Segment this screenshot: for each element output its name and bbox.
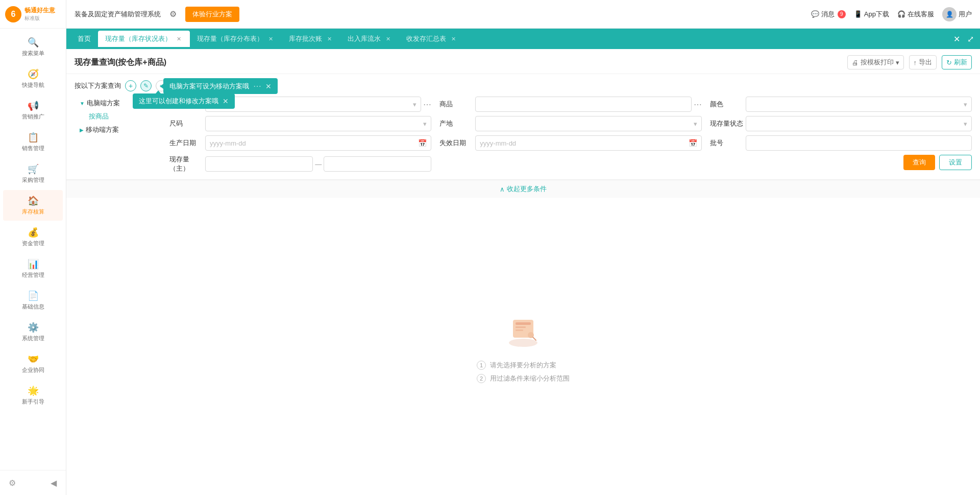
expire-date-placeholder: yyyy-mm-dd: [480, 139, 516, 147]
cooperation-label: 企业协同: [22, 366, 44, 374]
filter-row-goods: 商品 ⋯: [439, 97, 701, 112]
sidebar-item-sales[interactable]: 📋销售管理: [3, 127, 63, 157]
sidebar-item-search[interactable]: 🔍搜索菜单: [3, 32, 63, 62]
filter-row-batch: 批号: [710, 135, 972, 151]
warehouse-dots-icon[interactable]: ⋯: [423, 100, 431, 109]
headset-icon: 🎧: [897, 10, 905, 18]
support-label: 在线客服: [908, 10, 934, 19]
refresh-button[interactable]: ↻ 刷新: [942, 55, 972, 69]
sales-icon: 📋: [28, 132, 39, 143]
expire-date-input[interactable]: yyyy-mm-dd 📅: [475, 135, 701, 151]
message-item[interactable]: 💬 消息 9: [811, 10, 846, 19]
mobile-arrow-icon: ▶: [80, 127, 84, 133]
support-item[interactable]: 🎧 在线客服: [897, 10, 934, 19]
sidebar-item-system[interactable]: ⚙️系统管理: [3, 317, 63, 347]
goods-select[interactable]: [475, 97, 691, 112]
tooltip1-close[interactable]: ✕: [265, 82, 272, 90]
user-item[interactable]: 👤 用户: [942, 7, 972, 21]
tab-receive_summary[interactable]: 收发存汇总表✕: [399, 31, 464, 47]
search-label: 搜索菜单: [22, 50, 44, 57]
batch-input[interactable]: [746, 135, 972, 151]
tooltip1-text: 电脑方案可设为移动方案哦: [169, 82, 249, 91]
print-button[interactable]: 🖨 按模板打印 ▾: [847, 55, 904, 69]
filter-add-button[interactable]: +: [125, 80, 136, 91]
filter-row-prod-date: 生产日期 yyyy-mm-dd 📅: [169, 135, 431, 151]
finance-label: 资金管理: [22, 240, 44, 247]
collapse-icon[interactable]: ◀: [46, 476, 61, 490]
size-select[interactable]: ▾: [205, 116, 431, 131]
filter-fields: 仓库 ▾ ⋯ 商品: [169, 97, 972, 173]
tab-inventory_status[interactable]: 现存量（库存状况表）✕: [98, 31, 190, 47]
guide-icon: 🌟: [28, 385, 39, 396]
cooperation-icon: 🤝: [28, 353, 39, 365]
scheme-mobile[interactable]: ▶ 移动端方案: [75, 123, 161, 136]
tab-close-all-icon[interactable]: ✕: [951, 33, 962, 45]
reset-button[interactable]: 设置: [939, 155, 972, 170]
filter-row-stock-main: 现存量（主） —: [169, 155, 431, 173]
logo-icon: 6: [5, 6, 21, 22]
search-button[interactable]: 查询: [903, 155, 935, 170]
color-select[interactable]: ▾: [746, 97, 972, 112]
sidebar-item-purchase[interactable]: 🛒采购管理: [3, 158, 63, 189]
prod-date-input[interactable]: yyyy-mm-dd 📅: [205, 135, 431, 151]
sidebar-logo: 6 畅通好生意 标准版: [0, 0, 66, 29]
tab-close-batch_account[interactable]: ✕: [325, 35, 333, 43]
tab-close-inventory_dist[interactable]: ✕: [266, 35, 275, 43]
filter-edit-button[interactable]: ✎: [140, 80, 152, 91]
scheme-by-goods[interactable]: 按商品: [75, 110, 161, 123]
sidebar-item-marketing[interactable]: 📢营销推广: [3, 95, 63, 126]
settings-icon[interactable]: ⚙: [5, 476, 19, 490]
range-separator: —: [315, 160, 322, 168]
filter-row-size: 尺码 ▾: [169, 116, 431, 131]
sidebar-item-operation[interactable]: 📊经营管理: [3, 253, 63, 284]
sidebar-item-cooperation[interactable]: 🤝企业协同: [3, 348, 63, 379]
export-button[interactable]: ↑ 导出: [909, 55, 937, 69]
sidebar-item-guide[interactable]: 🌟新手引导: [3, 380, 63, 411]
color-label: 颜色: [710, 100, 746, 109]
origin-select[interactable]: ▾: [475, 116, 701, 131]
tab-batch_account[interactable]: 库存批次账✕: [282, 31, 340, 47]
origin-label: 产地: [439, 119, 475, 128]
tab-close-inventory_status[interactable]: ✕: [175, 35, 183, 43]
tooltip2-close[interactable]: ✕: [223, 97, 229, 105]
sidebar-bottom: ⚙ ◀: [0, 470, 66, 495]
sidebar-item-basic[interactable]: 📄基础信息: [3, 285, 63, 316]
tab-inout_flow[interactable]: 出入库流水✕: [340, 31, 399, 47]
scheme-tooltip-2: 这里可以创建和修改方案哦 ✕: [133, 93, 235, 109]
tab-maximize-icon[interactable]: ⤢: [965, 33, 976, 45]
tab-home[interactable]: 首页: [70, 31, 98, 47]
app-download-item[interactable]: 📱 App下载: [854, 10, 889, 19]
goods-dots-icon[interactable]: ⋯: [694, 100, 702, 109]
gear-button[interactable]: ⚙: [166, 7, 180, 21]
empty-hint-2: 2 用过滤条件来缩小分析范围: [477, 374, 570, 383]
filter-row-stock-status: 现存量状态 ▾: [710, 116, 972, 131]
print-arrow: ▾: [896, 59, 899, 66]
stock-status-select[interactable]: ▾: [746, 116, 972, 131]
guide-label: 新手引导: [22, 398, 44, 406]
origin-arrow-icon: ▾: [694, 120, 697, 128]
collapse-label: 收起更多条件: [507, 184, 547, 194]
industry-button[interactable]: 体验行业方案: [185, 7, 239, 22]
page-header: 现存量查询(按仓库+商品) 🖨 按模板打印 ▾ ↑ 导出 ↻ 刷新: [66, 49, 980, 74]
tab-close-inout_flow[interactable]: ✕: [384, 35, 392, 43]
message-label: 消息: [821, 10, 835, 19]
desktop-arrow-icon: ▼: [80, 101, 85, 106]
warehouse-select[interactable]: ▾: [205, 97, 421, 112]
tab-label-inout_flow: 出入库流水: [348, 34, 381, 43]
collapse-bar[interactable]: ∧ 收起更多条件: [66, 180, 980, 198]
app-download-label: App下载: [864, 10, 889, 19]
sidebar-item-finance[interactable]: 💰资金管理: [3, 222, 63, 252]
warehouse-arrow-icon: ▾: [413, 101, 416, 108]
sidebar-item-inventory[interactable]: 🏠库存核算: [3, 190, 63, 221]
tab-inventory_dist[interactable]: 现存量（库存分布表）✕: [190, 31, 282, 47]
avatar: 👤: [942, 7, 957, 21]
prod-date-placeholder: yyyy-mm-dd: [210, 139, 246, 147]
mobile-label: 移动端方案: [86, 125, 119, 134]
stock-main-from[interactable]: [205, 156, 313, 172]
tab-close-receive_summary[interactable]: ✕: [449, 35, 457, 43]
size-arrow-icon: ▾: [423, 120, 427, 128]
expire-date-calendar-icon: 📅: [689, 139, 697, 147]
sidebar-item-quick[interactable]: 🧭快捷导航: [3, 63, 63, 94]
stock-main-to[interactable]: [324, 156, 431, 172]
refresh-icon: ↻: [946, 59, 952, 66]
